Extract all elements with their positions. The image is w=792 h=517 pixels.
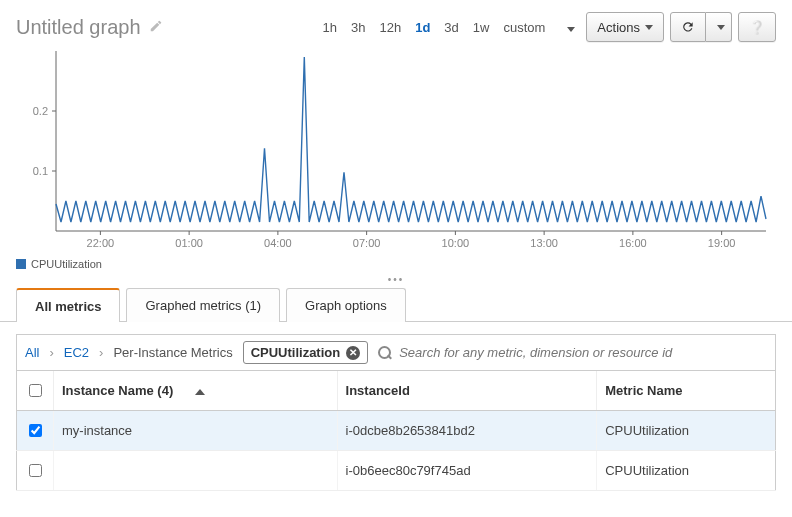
sort-asc-icon [195, 389, 205, 395]
chevron-right-icon: › [99, 345, 103, 360]
svg-text:04:00: 04:00 [264, 237, 292, 249]
svg-text:0.1: 0.1 [33, 165, 48, 177]
svg-text:16:00: 16:00 [619, 237, 647, 249]
actions-button[interactable]: Actions [586, 12, 664, 42]
table-row[interactable]: my-instancei-0dcbe8b2653841bd2CPUUtiliza… [17, 411, 776, 451]
svg-text:19:00: 19:00 [708, 237, 736, 249]
legend-swatch [16, 259, 26, 269]
col-instance-name[interactable]: Instance Name (4) [54, 371, 338, 411]
cell-metric-name: CPUUtilization [597, 451, 776, 491]
chevron-right-icon: › [49, 345, 53, 360]
breadcrumb-current: Per-Instance Metrics [113, 345, 232, 360]
row-checkbox[interactable] [29, 424, 42, 437]
col-metric-name[interactable]: Metric Name [597, 371, 776, 411]
breadcrumb-all[interactable]: All [25, 345, 39, 360]
col-metric-name-label: Metric Name [605, 383, 682, 398]
tab[interactable]: Graphed metrics (1) [126, 288, 280, 322]
remove-filter-icon[interactable]: ✕ [346, 346, 360, 360]
time-range-picker: 1h3h12h1d3d1wcustom [318, 18, 551, 37]
time-range-option[interactable]: 1d [410, 18, 435, 37]
legend-label: CPUUtilization [31, 258, 102, 270]
svg-text:07:00: 07:00 [353, 237, 381, 249]
filter-chip-label: CPUUtilization [251, 345, 341, 360]
caret-down-icon [645, 25, 653, 30]
svg-text:22:00: 22:00 [87, 237, 115, 249]
svg-text:01:00: 01:00 [175, 237, 203, 249]
time-range-option[interactable]: 3d [439, 18, 463, 37]
legend: CPUUtilization [16, 258, 776, 270]
edit-title-icon[interactable] [149, 19, 163, 36]
cell-instance-id: i-0dcbe8b2653841bd2 [337, 411, 597, 451]
col-instance-id[interactable]: InstanceId [337, 371, 597, 411]
chart[interactable]: 0.10.222:0001:0004:0007:0010:0013:0016:0… [16, 46, 776, 270]
tab[interactable]: Graph options [286, 288, 406, 322]
search-input[interactable] [397, 344, 767, 361]
time-range-option[interactable]: 12h [374, 18, 406, 37]
header: Untitled graph 1h3h12h1d3d1wcustom Actio… [16, 12, 776, 42]
graph-title[interactable]: Untitled graph [16, 16, 141, 39]
resize-handle[interactable]: ••• [0, 270, 792, 287]
refresh-options-button[interactable] [706, 12, 732, 42]
select-all-checkbox[interactable] [29, 384, 42, 397]
actions-label: Actions [597, 20, 640, 35]
refresh-icon [681, 20, 695, 34]
row-checkbox[interactable] [29, 464, 42, 477]
time-range-option[interactable]: 3h [346, 18, 370, 37]
cell-instance-id: i-0b6eec80c79f745ad [337, 451, 597, 491]
svg-text:10:00: 10:00 [442, 237, 470, 249]
time-range-custom-dropdown[interactable] [562, 18, 580, 37]
cell-metric-name: CPUUtilization [597, 411, 776, 451]
time-range-option[interactable]: custom [498, 18, 550, 37]
tab[interactable]: All metrics [16, 288, 120, 322]
filter-bar: All › EC2 › Per-Instance Metrics CPUUtil… [16, 334, 776, 371]
tabs: All metricsGraphed metrics (1)Graph opti… [0, 287, 792, 322]
table-row[interactable]: i-0b6eec80c79f745adCPUUtilization [17, 451, 776, 491]
refresh-button[interactable] [670, 12, 706, 42]
breadcrumb-ec2[interactable]: EC2 [64, 345, 89, 360]
help-button[interactable]: ❔ [738, 12, 776, 42]
metrics-table: Instance Name (4) InstanceId Metric Name… [16, 371, 776, 491]
col-instance-name-label: Instance Name (4) [62, 383, 173, 398]
search-icon [378, 346, 391, 359]
time-range-option[interactable]: 1h [318, 18, 342, 37]
time-range-option[interactable]: 1w [468, 18, 495, 37]
col-instance-id-label: InstanceId [346, 383, 410, 398]
cell-instance-name [54, 451, 338, 491]
caret-down-icon [717, 25, 725, 30]
filter-chip: CPUUtilization ✕ [243, 341, 369, 364]
help-icon: ❔ [749, 20, 765, 35]
svg-text:0.2: 0.2 [33, 105, 48, 117]
cell-instance-name: my-instance [54, 411, 338, 451]
svg-text:13:00: 13:00 [530, 237, 558, 249]
